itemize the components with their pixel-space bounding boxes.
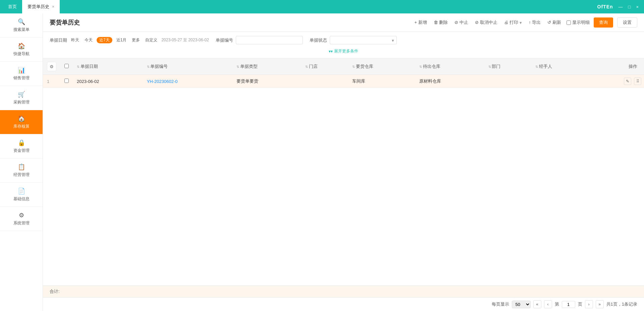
th-bill-type[interactable]: 单据类型 — [232, 58, 301, 75]
bill-no-input[interactable] — [236, 36, 303, 44]
table-row: 1 2023-06-02 YH-20230602-0 要货单要货 车间库 原材料… — [43, 75, 644, 88]
cancel-stop-button[interactable]: ⊘ 取消中止 — [474, 19, 499, 26]
next-page-button[interactable]: › — [585, 300, 593, 308]
sidebar-label-system: 系统管理 — [13, 220, 30, 226]
date-btn-1month[interactable]: 近1月 — [115, 37, 128, 43]
date-btn-custom[interactable]: 自定义 — [144, 37, 159, 43]
stop-button[interactable]: ⊘ 中止 — [453, 19, 470, 26]
th-department[interactable]: 部门 — [484, 58, 531, 75]
row-delete-icon[interactable]: ⠿ — [634, 78, 641, 85]
top-bar: 首页 要货单历史 × OfTEn — □ × — [0, 0, 644, 13]
refresh-button[interactable]: ↺ 刷新 — [546, 19, 562, 26]
expand-more-btn[interactable]: ▾▾ 展开更多条件 — [50, 47, 637, 55]
finance-icon: 🔒 — [18, 139, 25, 146]
delete-button[interactable]: 🗑 删除 — [432, 19, 449, 26]
th-checkbox — [60, 58, 73, 75]
status-label: 单据状态 — [310, 37, 327, 43]
search-icon: 🔍 — [18, 18, 25, 26]
print-dropdown-icon[interactable]: ▾ — [520, 20, 522, 25]
row-department — [484, 75, 531, 88]
row-bill-no[interactable]: YH-20230602-0 — [143, 75, 232, 88]
date-btn-more[interactable]: 更多 — [130, 37, 141, 43]
prev-page-button[interactable]: ‹ — [544, 300, 552, 308]
bill-no-link[interactable]: YH-20230602-0 — [147, 79, 178, 84]
th-date[interactable]: 单据日期 — [73, 58, 143, 75]
column-settings-button[interactable]: ⚙ — [47, 62, 56, 71]
display-detail-input[interactable] — [567, 20, 571, 25]
date-range-display: 2023-05-27 至 2023-06-02 — [161, 37, 209, 43]
display-detail-label: 显示明细 — [572, 19, 590, 26]
status-select[interactable] — [330, 36, 397, 44]
operations-icon: 📋 — [18, 163, 25, 171]
close-window-icon[interactable]: × — [636, 4, 639, 9]
sidebar-item-nav[interactable]: 🏠 快捷导航 — [0, 38, 43, 62]
th-pending-warehouse[interactable]: 待出仓库 — [415, 58, 484, 75]
sidebar-label-operations: 经营管理 — [13, 172, 30, 178]
row-checkbox-cell — [60, 75, 73, 88]
filter-row-1: 单据日期 昨天 今天 近7天 近1月 更多 自定义 2023-05-27 至 2… — [50, 36, 637, 44]
close-tab-icon[interactable]: × — [52, 4, 54, 9]
page-title: 要货单历史 — [50, 18, 413, 27]
filter-area: 单据日期 昨天 今天 近7天 近1月 更多 自定义 2023-05-27 至 2… — [43, 32, 644, 58]
th-store[interactable]: 门店 — [301, 58, 348, 75]
sidebar-label-inventory: 库存核算 — [13, 124, 30, 129]
row-bill-type: 要货单要货 — [232, 75, 301, 88]
sidebar-item-operations[interactable]: 📋 经营管理 — [0, 159, 43, 183]
page-header: 要货单历史 + 新增 🗑 删除 ⊘ 中止 ⊘ 取消中止 🖨 打印 ▾ ↑ 导出 … — [43, 13, 644, 32]
display-detail-checkbox[interactable]: 显示明细 — [567, 19, 590, 26]
row-edit-icon[interactable]: ✎ — [624, 78, 631, 85]
print-button[interactable]: 🖨 打印 ▾ — [503, 19, 524, 26]
inventory-icon: 🏠 — [18, 115, 25, 122]
table-area: ⚙ 单据日期 单据编号 单据类型 门店 要货仓库 待出仓库 部门 经手人 操 — [43, 58, 644, 285]
sidebar-label-finance: 资金管理 — [13, 148, 30, 153]
tab-active[interactable]: 要货单历史 × — [22, 0, 60, 13]
sidebar-item-system[interactable]: ⚙ 系统管理 — [0, 207, 43, 231]
first-page-button[interactable]: « — [533, 300, 541, 308]
row-date: 2023-06-02 — [73, 75, 143, 88]
data-table: ⚙ 单据日期 单据编号 单据类型 门店 要货仓库 待出仓库 部门 经手人 操 — [43, 58, 644, 88]
page-size-select[interactable]: 50 10 20 100 — [512, 301, 531, 308]
row-checkbox[interactable] — [64, 79, 69, 83]
minimize-icon[interactable]: — — [619, 4, 623, 9]
sidebar-item-finance[interactable]: 🔒 资金管理 — [0, 134, 43, 159]
purchase-icon: 🛒 — [18, 91, 25, 98]
new-button[interactable]: + 新增 — [413, 19, 428, 26]
th-bill-no[interactable]: 单据编号 — [143, 58, 232, 75]
row-store — [301, 75, 348, 88]
row-req-warehouse: 车间库 — [348, 75, 415, 88]
sidebar-item-purchase[interactable]: 🛒 采购管理 — [0, 86, 43, 110]
page-number-input[interactable] — [562, 301, 575, 308]
select-all-checkbox[interactable] — [64, 64, 69, 68]
th-handler[interactable]: 经手人 — [531, 58, 588, 75]
maximize-icon[interactable]: □ — [628, 4, 631, 9]
sidebar-item-inventory[interactable]: 🏠 库存核算 — [0, 110, 43, 134]
settings-button[interactable]: 设置 — [617, 17, 637, 28]
home-icon: 🏠 — [18, 42, 25, 50]
system-icon: ⚙ — [19, 212, 24, 219]
date-btn-today[interactable]: 今天 — [83, 37, 94, 43]
date-label: 单据日期 — [50, 37, 67, 43]
export-button[interactable]: ↑ 导出 — [527, 19, 542, 26]
tab-home[interactable]: 首页 — [3, 0, 22, 13]
sidebar-item-base-info[interactable]: 📄 基础信息 — [0, 183, 43, 207]
filter-status: 单据状态 ▾ — [310, 36, 397, 44]
sidebar-item-sales[interactable]: 📊 销售管理 — [0, 62, 43, 86]
sidebar-item-search[interactable]: 🔍 搜索菜单 — [0, 13, 43, 38]
filter-bill-no: 单据编号 — [216, 36, 303, 44]
expand-more-label: 展开更多条件 — [334, 48, 358, 54]
th-req-warehouse[interactable]: 要货仓库 — [348, 58, 415, 75]
query-button[interactable]: 查询 — [594, 17, 613, 28]
top-bar-right: OfTEn — □ × — [597, 4, 644, 9]
status-select-wrapper: ▾ — [330, 36, 397, 44]
page-size-label: 每页显示 — [492, 301, 509, 307]
expand-more-icon: ▾▾ — [329, 49, 333, 54]
sidebar-label-base-info: 基础信息 — [13, 196, 30, 202]
tab-active-label: 要货单历史 — [28, 4, 49, 10]
main-layout: 🔍 搜索菜单 🏠 快捷导航 📊 销售管理 🛒 采购管理 🏠 库存核算 🔒 资金管… — [0, 13, 644, 311]
sales-icon: 📊 — [18, 66, 25, 74]
date-btn-yesterday[interactable]: 昨天 — [70, 37, 80, 43]
filter-date: 单据日期 昨天 今天 近7天 近1月 更多 自定义 2023-05-27 至 2… — [50, 37, 209, 43]
date-btn-7days[interactable]: 近7天 — [97, 37, 112, 43]
last-page-button[interactable]: » — [596, 300, 604, 308]
row-pending-warehouse: 原材料仓库 — [415, 75, 484, 88]
